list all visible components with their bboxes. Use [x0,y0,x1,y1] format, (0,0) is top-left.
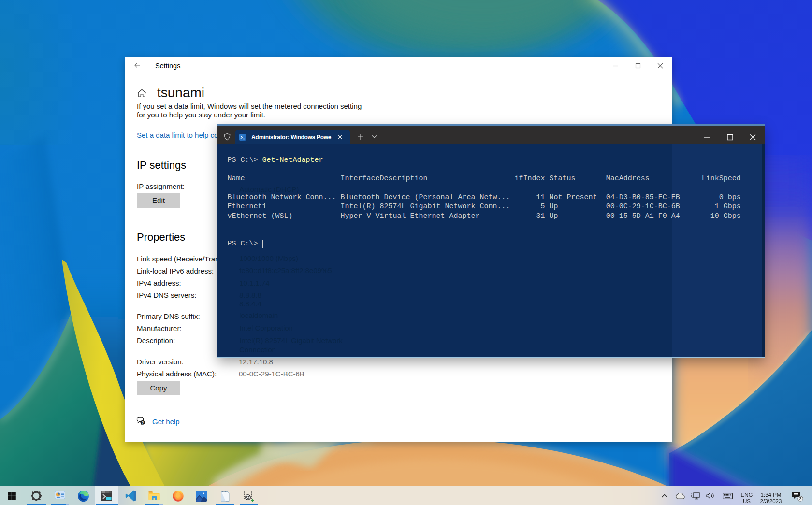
svg-text:?: ? [142,420,144,425]
svg-text:3: 3 [799,496,802,501]
